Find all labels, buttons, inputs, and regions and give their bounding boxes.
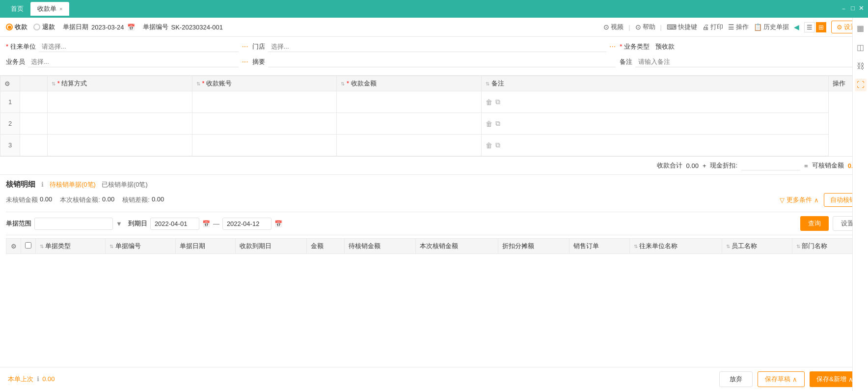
row-2-delete-btn[interactable]: 🗑 [486,120,492,128]
col-account-label: 收款账号 [206,80,232,87]
unverified-label: 未核销金额 [6,196,38,204]
video-btn[interactable]: ⊙ 视频 [603,23,624,31]
counterparty-input[interactable] [39,41,239,52]
due-date-to-calendar-icon[interactable]: 📅 [274,220,282,227]
due-date-from-input[interactable] [150,218,199,230]
select-all-checkbox[interactable] [25,242,31,249]
bottom-receive-date-label: 收款到期日 [240,242,271,250]
due-date-from-calendar-icon[interactable]: 📅 [202,220,210,227]
query-btn[interactable]: 查询 [800,216,829,231]
current-stat: 本次核销金额: 0.00 [60,196,114,204]
row-2-settlement[interactable] [20,113,48,135]
col-amount-label: 收款金额 [351,80,377,87]
per-bill-value: 0.00 [42,375,54,383]
chevron-up-icon: ∧ [814,196,819,204]
row-3-remark[interactable] [337,135,482,156]
nav-left-icon[interactable]: ◀ [794,23,799,31]
per-bill-info-icon[interactable]: ℹ [37,375,39,383]
salesperson-input[interactable] [28,56,239,67]
total-label: 收款合计 [657,161,682,170]
list-view-btn[interactable]: ☰ [804,22,815,32]
bottom-col-bill-date: 单据日期 [175,239,235,254]
sidebar-icon-3[interactable]: ⛓ [855,60,867,73]
row-3-settlement[interactable] [20,135,48,156]
discount-input[interactable] [741,161,800,170]
maximize-icon[interactable]: □ [851,4,855,13]
row-1-remark[interactable] [337,91,482,113]
main-content: 收款 退款 单据日期 2023-03-24 📅 单据编号 SK-20230324… [0,18,868,391]
close-icon[interactable]: ✕ [859,4,864,13]
remark-input[interactable] [635,56,862,67]
query-row: 单据范围 ▼ 到期日 📅 — 📅 查询 设置 [6,212,862,235]
bottom-gear-icon[interactable]: ⚙ [11,243,17,250]
tab-home[interactable]: 首页 [4,2,30,16]
sidebar-icon-4[interactable]: ⛶ [855,79,867,91]
bottom-department-label: 部门名称 [802,242,827,250]
more-conditions-btn[interactable]: ▽ 更多条件 ∧ [780,196,819,204]
form-section: 往来单位 ··· 门店 ··· 业务类型 预收款 ▼ 业务员 ··· [0,37,868,76]
tab-receipt[interactable]: 收款单 × [30,2,69,16]
row-1-delete-btn[interactable]: 🗑 [486,98,492,106]
sidebar-icon-2[interactable]: ◫ [855,41,866,54]
col-remark-header: ⇅ 备注 [482,76,829,91]
radio-refund[interactable]: 退款 [33,23,55,31]
bottom-discount-label: 折扣分摊额 [502,242,534,250]
print-btn[interactable]: 🖨 打印 [702,23,723,31]
store-more-icon[interactable]: ··· [609,42,616,51]
radio-receipt[interactable]: 收款 [6,23,27,31]
summary-label: 摘要 [252,57,265,66]
history-btn[interactable]: 📋 历史单据 [754,23,789,31]
history-icon: 📋 [754,23,762,31]
sidebar-icon-1[interactable]: ▦ [855,22,866,35]
tab-close-icon[interactable]: × [59,6,62,12]
bottom-sales-order-label: 销售订单 [573,242,599,250]
col-settlement-header: ⇅ * 结算方式 [48,76,192,91]
row-1-action-cell: 🗑 ⧉ [486,98,824,106]
bill-date-calendar-icon[interactable]: 📅 [127,24,135,31]
bill-no-label: 单据编号 [143,23,168,31]
operation-btn[interactable]: ☰ 操作 [728,23,749,31]
row-3-amount[interactable] [192,135,337,156]
sep1: | [628,24,630,31]
abandon-btn[interactable]: 放弃 [719,371,753,387]
row-3-delete-btn[interactable]: 🗑 [486,141,492,149]
radio-receipt-label: 收款 [15,23,27,31]
settings-gear-icon: ⚙ [837,24,842,31]
writeoff-info-icon[interactable]: ℹ [41,181,44,188]
row-1-copy-btn[interactable]: ⧉ [495,98,500,106]
row-1-account[interactable] [48,91,192,113]
shortcut-btn[interactable]: ⌨ 快捷键 [667,23,697,31]
col-settings-header[interactable]: ⚙ [0,76,20,91]
save-draft-btn[interactable]: 保存草稿 ∧ [758,371,805,387]
query-range-arrow[interactable]: ▼ [116,220,122,227]
form-view-btn[interactable]: ⊞ [816,22,826,32]
diff-stat: 核销差额: 0.00 [122,196,164,204]
bottom-col-settings[interactable]: ⚙ [6,239,21,254]
row-2-account[interactable] [48,113,192,135]
row-1-amount[interactable] [192,91,337,113]
required-settlement: * [57,80,60,87]
table-gear-icon[interactable]: ⚙ [4,80,10,87]
bottom-col-checkbox[interactable] [21,239,36,254]
salesperson-more-icon[interactable]: ··· [242,57,248,66]
due-date-to-input[interactable] [222,218,271,230]
pending-tab[interactable]: 待核销单据(0笔) [50,180,96,189]
query-range-select[interactable] [34,218,113,230]
row-3-account[interactable] [48,135,192,156]
diff-label: 核销差额: [122,196,150,204]
row-3-copy-btn[interactable]: ⧉ [495,141,500,149]
required-amount: * [347,80,349,87]
completed-tab[interactable]: 已核销单据(0笔) [102,180,148,189]
counterparty-more-icon[interactable]: ··· [242,42,248,51]
help-btn[interactable]: ⊙ 帮助 [635,23,655,31]
row-2-copy-btn[interactable]: ⧉ [495,119,500,128]
row-2-remark[interactable] [337,113,482,135]
row-1-settlement[interactable] [20,91,48,113]
bottom-col-bill-type: ⇅ 单据类型 [36,239,106,254]
minimize-icon[interactable]: － [841,4,847,13]
toolbar: 收款 退款 单据日期 2023-03-24 📅 单据编号 SK-20230324… [0,18,868,37]
summary-input[interactable] [268,56,616,67]
row-2-action: 🗑 ⧉ [482,113,829,135]
row-2-amount[interactable] [192,113,337,135]
store-input[interactable] [268,41,606,52]
